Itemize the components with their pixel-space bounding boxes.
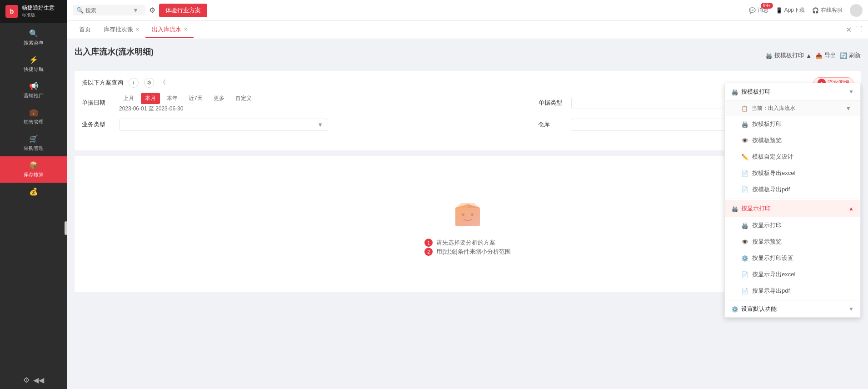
panel-divider-2 [725, 300, 860, 300]
template-print-section-header[interactable]: 🖨️ 按模板打印 ▼ [725, 83, 860, 101]
date-btn-本年[interactable]: 本年 [163, 93, 182, 104]
online-service-btn[interactable]: 🎧 在线客服 [812, 6, 843, 14]
message-badge: 99+ [761, 3, 773, 9]
date-btn-本月[interactable]: 本月 [141, 93, 160, 104]
sidebar-item-inventory[interactable]: 📦库存核算 [0, 156, 67, 183]
svg-point-5 [471, 214, 473, 216]
sidebar-item-purchase[interactable]: 🛒采购管理 [0, 130, 67, 156]
search-dropdown-icon[interactable]: ▼ [133, 7, 139, 14]
display-preview-label: 按显示预览 [752, 238, 782, 246]
business-type-select[interactable]: ▼ [119, 119, 328, 131]
display-print-section-header[interactable]: 🖨️ 按显示打印 ▲ [725, 200, 860, 217]
template-preview-label: 按模板预览 [752, 136, 782, 145]
tab-flow-water-close[interactable]: × [184, 26, 187, 33]
window-close-icon[interactable]: ✕ [846, 25, 852, 34]
date-btn-自定义[interactable]: 自定义 [231, 93, 256, 104]
display-export-excel-item[interactable]: 📄 按显示导出excel [725, 266, 860, 283]
export-label: 导出 [824, 51, 836, 60]
display-print-sub-icon: 🖨️ [741, 222, 748, 229]
sidebar-header: b 畅捷通好生意 标准版 [0, 0, 67, 23]
tab-flow-water-label: 出入库流水 [152, 25, 181, 34]
app-title: 畅捷通好生意 [22, 5, 55, 12]
business-type-arrow: ▼ [317, 121, 323, 128]
sidebar-item-quick-nav[interactable]: ⚡快捷导航 [0, 51, 67, 77]
tab-home[interactable]: 首页 [73, 22, 97, 38]
dropdown-current-item[interactable]: 📋 当前：出入库流水 ▼ [725, 101, 860, 116]
empty-icon [447, 191, 488, 232]
search-input[interactable] [85, 7, 131, 14]
filter-collapse-button[interactable]: 《 [160, 79, 166, 87]
default-function-text: 设置默认功能 [741, 305, 777, 313]
print-template-btn[interactable]: 🖨️ 按模板打印 ▲ [765, 51, 812, 60]
display-preview-item[interactable]: 👁️ 按显示预览 [725, 234, 860, 250]
date-btn-上月[interactable]: 上月 [119, 93, 138, 104]
default-func-icon: ⚙️ [731, 306, 738, 313]
search-icon: 🔍 [76, 7, 84, 14]
sidebar-item-label: 库存核算 [24, 171, 44, 178]
svg-rect-0 [455, 208, 480, 226]
display-print-settings-item[interactable]: ⚙️ 按显示打印设置 [725, 250, 860, 266]
tab-flow-water[interactable]: 出入库流水 × [145, 22, 194, 38]
date-filter-wrapper: 上月本月本年近7天更多自定义2023-06-01 至 2023-06-30 [119, 93, 256, 113]
date-btn-更多[interactable]: 更多 [210, 93, 229, 104]
date-filter-label: 单据日期 [82, 99, 114, 107]
template-section-arrow: ▼ [848, 89, 854, 95]
sidebar-item-label: 采购管理 [24, 145, 44, 152]
warehouse-label: 仓库 [538, 120, 565, 129]
message-btn[interactable]: 💬 消息 99+ [749, 6, 768, 14]
date-btn-近7天[interactable]: 近7天 [185, 93, 207, 104]
tab-batch-account-close[interactable]: × [136, 26, 139, 33]
current-item-arrow: ▼ [845, 105, 851, 112]
template-export-pdf-label: 按模板导出pdf [752, 185, 790, 194]
tab-batch-account[interactable]: 库存批次账 × [97, 22, 145, 38]
template-custom-item[interactable]: ✏️ 模板自定义设计 [725, 149, 860, 165]
display-print-icon: 🖨️ [731, 205, 738, 212]
collapse-icon[interactable]: ◀◀ [33, 376, 44, 384]
refresh-label: 刷新 [849, 51, 861, 60]
type-filter-label: 单据类型 [539, 99, 566, 107]
search-box[interactable]: 🔍 ▼ [73, 5, 145, 15]
trial-button[interactable]: 体验行业方案 [159, 4, 207, 17]
sidebar-item-sales[interactable]: 💼销售管理 [0, 104, 67, 130]
export-btn[interactable]: 📤 导出 [815, 51, 836, 60]
topbar-settings-icon[interactable]: ⚙ [149, 6, 155, 15]
tabs-bar: 首页 库存批次账 × 出入库流水 × ✕ ⛶ [67, 21, 868, 39]
sidebar-item-marketing[interactable]: 📢营销推广 [0, 77, 67, 104]
display-print-item[interactable]: 🖨️ 按显示打印 [725, 217, 860, 234]
filter-settings-button[interactable]: ⚙ [144, 78, 154, 88]
sidebar-item-finance[interactable]: 💰资金管理 [0, 183, 67, 199]
display-pdf-icon: 📄 [741, 288, 748, 294]
display-section-arrow: ▲ [848, 205, 854, 212]
filter-add-button[interactable]: + [129, 78, 139, 88]
svg-point-4 [462, 214, 464, 216]
template-print-header-text: 按模板打印 [741, 88, 771, 96]
finance-icon: 💰 [29, 187, 38, 196]
date-range-text: 2023-06-01 至 2023-06-30 [119, 105, 256, 113]
display-export-pdf-item[interactable]: 📄 按显示导出pdf [725, 283, 860, 299]
empty-step-2: 2 用[过滤]条件来缩小分析范围 [424, 248, 510, 256]
display-preview-icon: 👁️ [741, 239, 748, 245]
settings-icon[interactable]: ⚙ [23, 376, 30, 384]
template-preview-item[interactable]: 👁️ 按模板预览 [725, 132, 860, 149]
app-download-btn[interactable]: 📱 App下载 [776, 6, 805, 14]
sidebar-nav: 🔍搜索菜单⚡快捷导航📢营销推广💼销售管理🛒采购管理📦库存核算💰资金管理📊经营管理… [0, 23, 67, 199]
sidebar-item-search[interactable]: 🔍搜索菜单 [0, 25, 67, 51]
print-template-label: 按模板打印 [774, 51, 804, 60]
window-expand-icon[interactable]: ⛶ [855, 25, 863, 34]
avatar[interactable] [850, 4, 863, 17]
template-export-excel-item[interactable]: 📄 按模板导出excel [725, 165, 860, 181]
step-1-num: 1 [424, 239, 433, 247]
default-function-header[interactable]: ⚙️ 设置默认功能 ▼ [725, 301, 860, 317]
template-pdf-icon: 📄 [741, 186, 748, 193]
business-type-label: 业务类型 [82, 120, 114, 129]
template-print-item[interactable]: 🖨️ 按模板打印 [725, 116, 860, 132]
default-function-label: ⚙️ 设置默认功能 [731, 305, 777, 313]
purchase-icon: 🛒 [29, 135, 38, 143]
template-export-pdf-item[interactable]: 📄 按模板导出pdf [725, 181, 860, 198]
refresh-btn[interactable]: 🔄 刷新 [840, 51, 861, 60]
sidebar-scroll-area [0, 199, 67, 371]
sidebar-item-label: 营销推广 [24, 92, 44, 99]
current-item-label: 当前：出入库流水 [752, 105, 795, 112]
panel-divider [725, 199, 860, 199]
template-custom-icon: ✏️ [741, 154, 748, 160]
